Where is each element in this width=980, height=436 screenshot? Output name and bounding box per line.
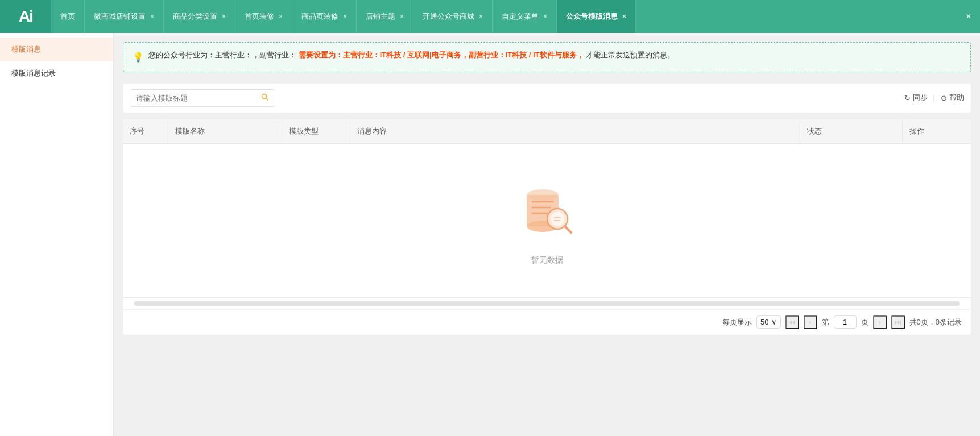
nav-tab-6[interactable]: 开通公众号商城× <box>413 0 493 33</box>
notice-highlight: 需要设置为：主营行业：IT科技 / 互联网|电子商务，副营行业：IT科技 / I… <box>299 51 584 59</box>
toolbar-divider: | <box>933 94 935 102</box>
table-header-3: 消息内容 <box>350 119 800 143</box>
prev-page-button[interactable]: ‹ <box>804 315 817 329</box>
table-header-0: 序号 <box>123 119 168 143</box>
nav-tab-close-2[interactable]: × <box>222 13 226 20</box>
nav-tab-close-4[interactable]: × <box>343 13 347 20</box>
nav-tabs: 首页微商城店铺设置×商品分类设置×首页装修×商品页装修×店铺主题×开通公众号商城… <box>51 0 957 33</box>
nav-tab-close-5[interactable]: × <box>400 13 404 20</box>
nav-tab-close-8[interactable]: × <box>622 13 626 20</box>
sidebar-item-1[interactable]: 模版消息记录 <box>0 61 113 85</box>
table-header-5: 操作 <box>903 119 971 143</box>
nav-tab-close-6[interactable]: × <box>479 13 483 20</box>
nav-tab-4[interactable]: 商品页装修× <box>292 0 357 33</box>
nav-tab-3[interactable]: 首页装修× <box>235 0 292 33</box>
sync-icon: ↻ <box>904 94 911 102</box>
nav-tab-2[interactable]: 商品分类设置× <box>164 0 235 33</box>
table-header: 序号模版名称模版类型消息内容状态操作 <box>123 119 971 144</box>
help-label: 帮助 <box>949 93 964 103</box>
table-header-1: 模版名称 <box>168 119 282 143</box>
last-page-button[interactable]: ⏭ <box>891 315 905 329</box>
nav-tab-0[interactable]: 首页 <box>51 0 85 33</box>
table-header-2: 模版类型 <box>282 119 350 143</box>
close-all-button[interactable]: × <box>957 0 980 33</box>
help-icon: ⊙ <box>941 94 947 102</box>
svg-line-1 <box>266 98 268 100</box>
sync-label: 同步 <box>913 93 928 103</box>
first-page-button[interactable]: ⏮ <box>785 315 799 329</box>
pagination: 每页显示 50 ∨ ⏮ ‹ 第 页 › ⏭ 共0页，0条记录 <box>123 309 971 335</box>
search-button[interactable] <box>255 90 275 106</box>
page-size-value: 50 <box>760 318 768 326</box>
notice-banner: 💡 您的公众号行业为：主营行业：，副营行业： 需要设置为：主营行业：IT科技 /… <box>123 42 971 72</box>
page-number-input[interactable] <box>834 315 857 329</box>
nav-tab-8[interactable]: 公众号模版消息× <box>557 0 636 33</box>
sidebar: 模版消息模版消息记录 <box>0 33 114 436</box>
scrollbar-area[interactable] <box>123 297 971 309</box>
notice-prefix: 您的公众号行业为：主营行业：，副营行业： <box>148 51 296 59</box>
help-button[interactable]: ⊙ 帮助 <box>941 93 964 103</box>
table-wrapper: 序号模版名称模版类型消息内容状态操作 <box>123 119 971 335</box>
scrollbar-track[interactable] <box>134 301 960 306</box>
next-page-button[interactable]: › <box>873 315 887 329</box>
nav-tab-7[interactable]: 自定义菜单× <box>493 0 557 33</box>
sync-button[interactable]: ↻ 同步 <box>904 93 928 103</box>
toolbar-right: ↻ 同步 | ⊙ 帮助 <box>904 93 964 103</box>
total-info: 共0页，0条记录 <box>909 317 962 327</box>
page-label-before: 第 <box>822 317 829 327</box>
empty-text: 暂无数据 <box>531 255 563 265</box>
page-label-after: 页 <box>861 317 869 327</box>
notice-suffix: 才能正常发送预置的消息。 <box>586 51 675 59</box>
page-size-label: 每页显示 <box>722 317 752 327</box>
sidebar-item-0[interactable]: 模版消息 <box>0 38 113 61</box>
nav-tab-close-3[interactable]: × <box>279 13 283 20</box>
content-area: 💡 您的公众号行业为：主营行业：，副营行业： 需要设置为：主营行业：IT科技 /… <box>114 33 980 436</box>
nav-tab-1[interactable]: 微商城店铺设置× <box>85 0 164 33</box>
toolbar: ↻ 同步 | ⊙ 帮助 <box>123 84 971 113</box>
svg-point-9 <box>551 212 564 226</box>
search-box <box>130 89 275 107</box>
table-header-4: 状态 <box>800 119 903 143</box>
top-nav: Ai 首页微商城店铺设置×商品分类设置×首页装修×商品页装修×店铺主题×开通公众… <box>0 0 980 33</box>
svg-line-10 <box>565 226 571 232</box>
empty-illustration <box>513 178 581 246</box>
notice-text: 您的公众号行业为：主营行业：，副营行业： 需要设置为：主营行业：IT科技 / 互… <box>148 49 675 61</box>
page-size-select[interactable]: 50 ∨ <box>756 315 780 329</box>
search-input[interactable] <box>130 90 255 106</box>
page-size-chevron: ∨ <box>771 318 777 326</box>
notice-icon: 💡 <box>133 50 144 65</box>
logo: Ai <box>0 0 51 33</box>
nav-tab-close-7[interactable]: × <box>543 13 547 20</box>
main-layout: 模版消息模版消息记录 💡 您的公众号行业为：主营行业：，副营行业： 需要设置为：… <box>0 33 980 436</box>
nav-tab-close-1[interactable]: × <box>150 13 154 20</box>
empty-state: 暂无数据 <box>123 144 971 297</box>
nav-tab-5[interactable]: 店铺主题× <box>357 0 413 33</box>
